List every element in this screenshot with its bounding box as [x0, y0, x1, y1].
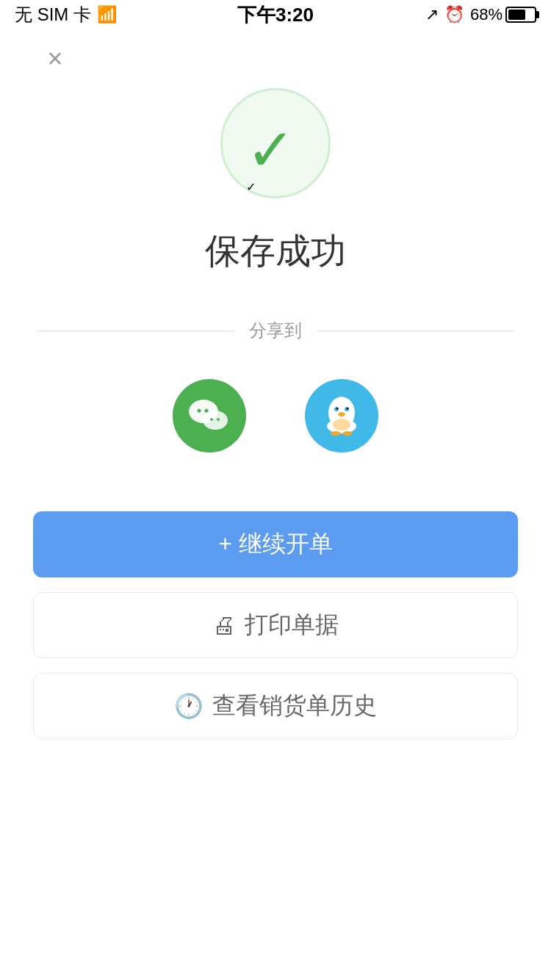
continue-order-label: + 继续开单 — [218, 528, 333, 561]
print-receipt-label: 打印单据 — [245, 609, 339, 641]
checkmark-symbol: ✓ — [246, 181, 256, 193]
svg-point-14 — [331, 431, 341, 436]
alarm-icon: ⏰ — [444, 5, 464, 24]
history-icon: 🕐 — [174, 692, 204, 720]
svg-point-3 — [205, 409, 209, 413]
status-time: 下午3:20 — [237, 2, 314, 28]
continue-order-button[interactable]: + 继续开单 — [33, 511, 518, 577]
svg-point-11 — [338, 412, 345, 417]
carrier-text: 无 SIM 卡 — [15, 3, 91, 26]
success-title: 保存成功 — [205, 228, 346, 275]
share-qq-button[interactable] — [305, 379, 378, 453]
checkmark-icon: ✓ — [246, 121, 305, 165]
share-wechat-button[interactable] — [173, 379, 246, 453]
divider-line-right — [317, 331, 514, 331]
svg-point-2 — [198, 409, 201, 413]
battery-text: 68% — [470, 5, 503, 24]
wechat-icon — [187, 397, 231, 435]
battery-container: 68% — [470, 5, 536, 24]
status-right: ↗ ⏰ 68% — [425, 5, 536, 24]
svg-point-9 — [336, 407, 338, 409]
battery-fill — [508, 10, 525, 20]
success-circle: ✓ — [220, 88, 331, 198]
view-history-button[interactable]: 🕐 查看销货单历史 — [33, 673, 518, 739]
svg-point-1 — [203, 411, 228, 430]
share-divider: 分享到 — [0, 319, 551, 342]
print-icon: 🖨 — [212, 612, 236, 639]
print-receipt-button[interactable]: 🖨 打印单据 — [33, 592, 518, 658]
wifi-icon: 📶 — [97, 5, 117, 24]
status-left: 无 SIM 卡 📶 — [15, 3, 117, 26]
main-content: ✓ 保存成功 分享到 — [0, 29, 551, 739]
share-icons — [173, 379, 378, 453]
qq-icon — [318, 392, 366, 440]
close-button[interactable]: × — [37, 40, 73, 77]
close-icon: × — [47, 46, 62, 72]
status-bar: 无 SIM 卡 📶 下午3:20 ↗ ⏰ 68% — [0, 0, 551, 29]
svg-point-13 — [333, 419, 350, 430]
divider-line-left — [37, 331, 234, 331]
action-buttons: + 继续开单 🖨 打印单据 🕐 查看销货单历史 — [33, 511, 518, 739]
svg-point-5 — [217, 418, 220, 421]
view-history-label: 查看销货单历史 — [212, 690, 377, 722]
battery-icon — [505, 7, 536, 23]
svg-point-10 — [346, 407, 348, 409]
share-label: 分享到 — [234, 319, 317, 342]
location-icon: ↗ — [425, 5, 439, 24]
svg-point-15 — [342, 431, 353, 436]
svg-point-4 — [210, 418, 213, 421]
